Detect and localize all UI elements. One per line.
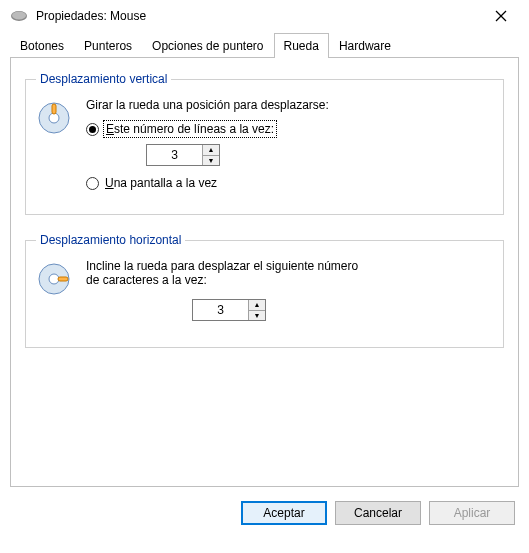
wheel-vertical-icon (36, 100, 72, 136)
chars-spin-down[interactable]: ▼ (249, 311, 265, 321)
ok-button[interactable]: Aceptar (241, 501, 327, 525)
close-button[interactable] (481, 2, 521, 30)
tab-page-rueda: Desplazamiento vertical Girar la rueda u… (10, 57, 519, 487)
mouse-icon (10, 10, 28, 22)
window-title: Propiedades: Mouse (36, 9, 481, 23)
radio-lines-label: Este número de líneas a la vez: (105, 122, 275, 136)
group-horizontal-legend: Desplazamiento horizontal (36, 233, 185, 247)
tab-punteros[interactable]: Punteros (74, 33, 142, 58)
vertical-prompt: Girar la rueda una posición para desplaz… (86, 98, 493, 112)
svg-rect-6 (52, 104, 56, 114)
horizontal-prompt: Incline la rueda para desplazar el sigui… (86, 259, 366, 287)
svg-rect-9 (58, 277, 68, 281)
svg-point-1 (12, 12, 26, 20)
wheel-horizontal-icon (36, 261, 72, 297)
radio-screen-row[interactable]: Una pantalla a la vez (86, 176, 493, 190)
tab-strip: Botones Punteros Opciones de puntero Rue… (0, 32, 529, 57)
radio-screen[interactable] (86, 177, 99, 190)
tab-botones[interactable]: Botones (10, 33, 74, 58)
radio-screen-label: Una pantalla a la vez (105, 176, 217, 190)
tab-opciones-puntero[interactable]: Opciones de puntero (142, 33, 273, 58)
lines-spin-down[interactable]: ▼ (203, 156, 219, 166)
chars-spin-up[interactable]: ▲ (249, 300, 265, 311)
group-vertical-scroll: Desplazamiento vertical Girar la rueda u… (25, 72, 504, 215)
chars-spinner[interactable]: 3 ▲ ▼ (192, 299, 266, 321)
close-icon (495, 10, 507, 22)
apply-button[interactable]: Aplicar (429, 501, 515, 525)
lines-value[interactable]: 3 (147, 145, 203, 165)
tab-hardware[interactable]: Hardware (329, 33, 401, 58)
tab-rueda[interactable]: Rueda (274, 33, 329, 58)
radio-lines-row[interactable]: Este número de líneas a la vez: (86, 122, 493, 136)
radio-lines[interactable] (86, 123, 99, 136)
lines-spin-up[interactable]: ▲ (203, 145, 219, 156)
group-vertical-legend: Desplazamiento vertical (36, 72, 171, 86)
chars-value[interactable]: 3 (193, 300, 249, 320)
group-horizontal-scroll: Desplazamiento horizontal Incline la rue… (25, 233, 504, 348)
titlebar: Propiedades: Mouse (0, 0, 529, 32)
lines-spinner[interactable]: 3 ▲ ▼ (146, 144, 220, 166)
dialog-buttons: Aceptar Cancelar Aplicar (0, 487, 529, 525)
cancel-button[interactable]: Cancelar (335, 501, 421, 525)
